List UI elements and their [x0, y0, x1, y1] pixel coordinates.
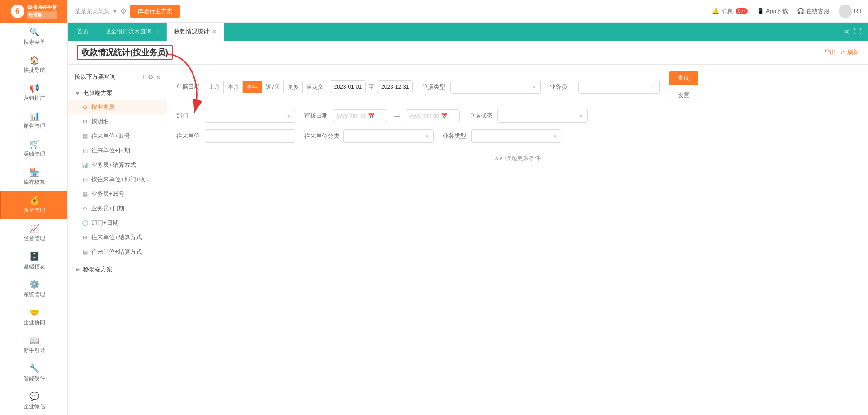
biz-type-dropdown-arrow: ▾	[553, 133, 557, 140]
scheme-group-mobile-header[interactable]: ▼ 移动端方案	[68, 263, 167, 276]
scheme-add-btn[interactable]: +	[142, 73, 145, 80]
type-filter-dropdown[interactable]: ▾	[450, 80, 541, 94]
partner-class-filter-dropdown[interactable]: ▾	[343, 129, 434, 143]
collapse-more-btn[interactable]: ∧∧ 收起更多条件	[176, 150, 859, 167]
refresh-icon: ↺	[840, 49, 845, 56]
scheme-collapse-btn[interactable]: «	[156, 73, 160, 80]
sidebar-item-marketing[interactable]: 📢 营销推广	[0, 79, 67, 107]
messages-btn[interactable]: 🔔 消息 99+	[712, 7, 748, 15]
tab-close-all-icon[interactable]: ✕	[844, 28, 849, 36]
scheme-item-8-label: 部门+日期	[91, 219, 118, 227]
tab-cashflow-label: 现金银行流水查询	[105, 28, 152, 36]
review-to-input[interactable]: yyyy-mm-dd 📅	[406, 109, 460, 122]
refresh-btn[interactable]: ↺ 刷新	[840, 48, 859, 57]
messages-badge: 99+	[736, 8, 748, 14]
scheme-item-1-label: 按明细	[91, 118, 109, 126]
date-tab-more[interactable]: 更多	[284, 81, 303, 93]
sidebar-item-enterprise[interactable]: 🤝 企业协同	[0, 303, 67, 331]
scheme-item-0-icon: ⊙	[81, 104, 89, 111]
customer-service-btn[interactable]: 🎧 在线客服	[797, 7, 830, 15]
column-settings-btn[interactable]: 设置	[669, 89, 698, 102]
sidebar-item-marketing-label: 营销推广	[24, 94, 45, 102]
sidebar-item-operation[interactable]: 📈 经营管理	[0, 219, 67, 247]
partner-filter-dropdown[interactable]: ···	[205, 129, 295, 143]
date-tab-this-year[interactable]: 本年	[243, 81, 262, 93]
review-filter-label: 审核日期	[304, 112, 329, 120]
app-download-btn[interactable]: 📱 App下载	[757, 7, 788, 15]
status-filter-dropdown[interactable]: ▾	[497, 109, 588, 123]
export-icon: ↑	[820, 49, 823, 56]
date-tab-last-month[interactable]: 上月	[205, 81, 224, 93]
scheme-item-dept-date[interactable]: 🕐 部门+日期	[68, 216, 167, 230]
user-avatar	[839, 5, 852, 18]
review-from-input[interactable]: yyyy-mm-dd 📅	[333, 109, 387, 122]
staff-filter-dropdown[interactable]: ···	[578, 80, 660, 94]
scheme-item-partner-settlement1[interactable]: ⊞ 往来单位+结算方式	[68, 230, 167, 245]
inventory-icon: 🏪	[29, 167, 39, 177]
date-tab-7days[interactable]: 近7天	[262, 81, 284, 93]
query-btn[interactable]: 查询	[669, 71, 698, 85]
sidebar-item-finance[interactable]: 💰 资金管理	[0, 191, 67, 219]
sidebar-item-inventory[interactable]: 🏪 库存核算	[0, 163, 67, 191]
search-icon: 🔍	[29, 27, 39, 37]
tab-cashflow-close[interactable]: ✕	[155, 28, 159, 35]
date-from-input[interactable]: 2023-01-01	[330, 80, 366, 93]
tab-bar-right: ✕ ⛶	[844, 28, 868, 36]
scheme-item-partner-settlement2[interactable]: ▤ 往来单位+结算方式	[68, 245, 167, 259]
tab-collection-close[interactable]: ✕	[212, 28, 217, 35]
scheme-item-6-label: 业务员+账号	[91, 190, 124, 198]
dept-filter-dropdown[interactable]: ▾	[205, 109, 295, 123]
scheme-item-9-icon: ⊞	[81, 234, 89, 241]
tab-maximize-icon[interactable]: ⛶	[854, 28, 861, 36]
filter-row-1: 单据日期 上月 本月 本年 近7天 更多 自定义 2023-01-01	[176, 71, 859, 102]
user-menu[interactable]: Rit	[839, 5, 861, 18]
scheme-item-detail[interactable]: ⊞ 按明细	[68, 114, 167, 129]
date-tab-custom[interactable]: 自定义	[303, 81, 327, 93]
staff-more-icon[interactable]: ···	[650, 84, 655, 90]
trial-btn[interactable]: 体验行业方案	[130, 5, 180, 18]
scheme-item-staff-account[interactable]: ▤ 业务员+账号	[68, 187, 167, 201]
sidebar-item-search[interactable]: 🔍 搜索菜单	[0, 23, 67, 51]
scheme-item-4-label: 业务员+结算方式	[91, 161, 136, 169]
sidebar-item-sales-label: 销售管理	[24, 123, 45, 130]
scheme-group-desktop: ▼ 电脑端方案 ⊙ 按业务员 ⊞ 按明细 ▤ 往来单位+账号 ▤ 往来单位	[68, 85, 167, 261]
partner-more-icon[interactable]: ···	[285, 133, 290, 140]
sidebar-item-guide-label: 新手引导	[24, 347, 45, 354]
date-tab-this-month[interactable]: 本月	[224, 81, 243, 93]
filter-dept-item: 部门 ▾	[176, 109, 295, 123]
scheme-item-4-icon: 📊	[81, 161, 89, 169]
sidebar-item-system[interactable]: ⚙️ 系统管理	[0, 275, 67, 303]
scheme-item-staff-payment[interactable]: 📊 业务员+结算方式	[68, 158, 167, 172]
status-filter-label: 单据状态	[469, 112, 494, 120]
scheme-item-10-icon: ▤	[81, 248, 89, 255]
sidebar-item-purchase[interactable]: 🛒 采购管理	[0, 135, 67, 163]
sidebar-item-wechat[interactable]: 💬 企业微信	[0, 387, 67, 415]
scheme-settings-btn[interactable]: ⚙	[148, 73, 154, 80]
scheme-item-partner-date[interactable]: ▤ 往来单位+日期	[68, 143, 167, 158]
header-dropdown-btn[interactable]: ▾	[113, 8, 117, 14]
filter-date-item: 单据日期 上月 本月 本年 近7天 更多 自定义 2023-01-01	[176, 80, 413, 93]
sidebar-item-basic[interactable]: 🗄️ 基础信息	[0, 247, 67, 275]
tab-collection-stats[interactable]: 收款情况统计 ✕	[167, 23, 224, 41]
date-to-value: 2023-12-31	[381, 84, 409, 90]
sidebar-item-guide[interactable]: 📖 新手引导	[0, 331, 67, 359]
filter-actions: 查询 设置	[669, 71, 698, 102]
sidebar-item-hardware[interactable]: 🔧 智能硬件	[0, 359, 67, 387]
sidebar-item-sales[interactable]: 📊 销售管理	[0, 107, 67, 135]
scheme-item-staff-date[interactable]: ⊙ 业务员+日期	[68, 201, 167, 216]
date-to-input[interactable]: 2023-12-31	[377, 80, 413, 93]
tab-home[interactable]: 首页	[68, 28, 98, 36]
scheme-group-mobile: ▼ 移动端方案	[68, 261, 167, 278]
sidebar-item-system-label: 系统管理	[24, 291, 45, 298]
scheme-item-partner-account[interactable]: ▤ 往来单位+账号	[68, 129, 167, 143]
scheme-group-desktop-header[interactable]: ▼ 电脑端方案	[68, 86, 167, 100]
scheme-item-staff[interactable]: ⊙ 按业务员	[68, 100, 167, 114]
export-btn[interactable]: ↑ 导出	[820, 48, 836, 57]
scheme-item-partner-dept[interactable]: ▤ 按往来单位+部门+收...	[68, 172, 167, 187]
date-range: 上月 本月 本年 近7天 更多 自定义 2023-01-01 至 2023-	[205, 80, 413, 93]
tab-cashflow[interactable]: 现金银行流水查询 ✕	[98, 23, 167, 41]
header-settings-btn[interactable]: ⚙	[120, 7, 127, 15]
sidebar-item-basic-label: 基础信息	[24, 263, 45, 270]
sidebar-item-nav[interactable]: 🏠 快捷导航	[0, 51, 67, 79]
biz-type-filter-dropdown[interactable]: ▾	[471, 129, 561, 143]
